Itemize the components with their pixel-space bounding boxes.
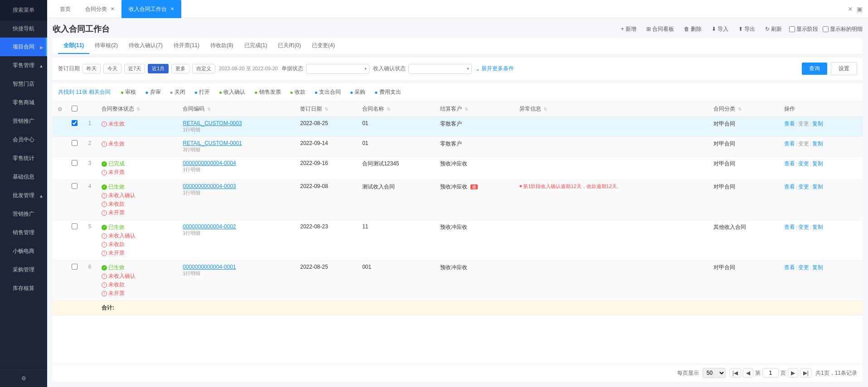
view-btn[interactable]: 查看 (784, 223, 795, 231)
filter-tab-pending-review[interactable]: 待审核(2) (89, 38, 123, 54)
sidebar-item-inventory[interactable]: 库存核算 (0, 279, 47, 298)
sidebar-item-sales[interactable]: 销售管理 (0, 223, 47, 242)
copy-btn[interactable]: 复制 (812, 264, 823, 271)
copy-btn[interactable]: 复制 (812, 140, 823, 148)
page-input[interactable] (762, 368, 779, 377)
next-page-btn[interactable]: ▶ (788, 368, 798, 377)
show-stage-checkbox[interactable]: 显示阶段 (789, 25, 818, 33)
date-btn-last1month[interactable]: 近1月 (148, 64, 169, 73)
row-checkbox[interactable] (72, 140, 78, 146)
view-btn[interactable]: 查看 (784, 160, 795, 168)
contract-code-link[interactable]: 0000000000004-0001 (183, 264, 293, 270)
row-checkbox[interactable] (72, 160, 78, 166)
new-button[interactable]: + 新增 (618, 24, 639, 34)
filter-tab-pending-income[interactable]: 待收入确认(7) (123, 38, 168, 54)
contract-code-link[interactable]: 0000000000004-0002 (183, 223, 293, 230)
show-marked-input[interactable] (823, 26, 829, 32)
change-btn[interactable]: 变更 (798, 183, 809, 191)
sidebar-item-base-info[interactable]: 基础信息 (0, 168, 47, 186)
expand-conditions-btn[interactable]: ⌄ 展开更多条件 (475, 65, 514, 73)
view-btn[interactable]: 查看 (784, 183, 795, 191)
date-btn-today[interactable]: 今天 (103, 64, 121, 73)
contract-code-link[interactable]: RETAIL_CUSTOM-0001 (183, 140, 293, 146)
view-btn[interactable]: 查看 (784, 140, 795, 148)
last-page-btn[interactable]: ▶| (800, 368, 812, 377)
view-btn[interactable]: 查看 (784, 264, 795, 271)
sidebar-item-member[interactable]: 会员中心 (0, 131, 47, 149)
row-checkbox[interactable] (72, 120, 78, 126)
win-restore-icon[interactable]: ▣ (857, 5, 863, 13)
purchase-btn[interactable]: ● 采购 (347, 87, 368, 97)
win-close-icon[interactable]: ✕ (848, 5, 853, 13)
income-confirm-select[interactable] (408, 64, 472, 74)
page-size-select[interactable]: 50 10 20 100 (703, 368, 726, 378)
copy-btn[interactable]: 复制 (812, 223, 823, 231)
payment-btn[interactable]: ● 收款 (287, 87, 308, 97)
change-btn[interactable]: 变更 (798, 140, 809, 148)
copy-btn[interactable]: 复制 (812, 120, 823, 128)
sidebar-item-marketing2[interactable]: 营销推广 (0, 205, 47, 223)
sidebar-item-retail-mall[interactable]: 零售商城 (0, 93, 47, 112)
change-btn[interactable]: 变更 (798, 120, 809, 128)
delete-button[interactable]: 🗑 删除 (681, 24, 704, 34)
expense-out-btn[interactable]: ● 支出合同 (312, 87, 344, 97)
contract-code-link[interactable]: 0000000000004-0004 (183, 160, 293, 166)
col-settlement-customer[interactable]: 结算客户 ⇅ (436, 102, 515, 117)
tab-contract-type[interactable]: 合同分类 ✕ (78, 0, 121, 18)
sidebar-quick-nav[interactable]: 快捷导航 (0, 20, 47, 38)
col-contract-type[interactable]: 合同分类 ⇅ (710, 102, 781, 117)
open-btn[interactable]: ● 打开 (192, 87, 213, 97)
date-btn-last7[interactable]: 近7天 (124, 64, 145, 73)
row-checkbox[interactable] (72, 223, 78, 229)
change-btn[interactable]: 变更 (798, 264, 809, 271)
audit-btn[interactable]: ● 审核 (118, 87, 139, 97)
show-marked-checkbox[interactable]: 显示标的明细 (823, 25, 863, 33)
sidebar-search[interactable]: 搜索菜单 (0, 0, 47, 20)
sidebar-item-smart-store[interactable]: 智慧门店 (0, 75, 47, 93)
contract-code-link[interactable]: 0000000000004-0003 (183, 183, 293, 189)
prev-page-btn[interactable]: ◀ (743, 368, 753, 377)
row-checkbox[interactable] (72, 264, 78, 270)
row-checkbox[interactable] (72, 183, 78, 189)
setting-button[interactable]: 设置 (831, 62, 857, 75)
copy-btn[interactable]: 复制 (812, 160, 823, 168)
filter-tab-all[interactable]: 全部(11) (58, 38, 89, 54)
show-stage-input[interactable] (789, 26, 795, 32)
col-contract-name[interactable]: 合同名称 ⇅ (359, 102, 436, 117)
date-btn-more[interactable]: 更多 (171, 64, 189, 73)
sidebar-settings[interactable]: ⚙ (0, 369, 47, 387)
sidebar-item-xiaowei[interactable]: 小畅电商 (0, 242, 47, 261)
change-btn[interactable]: 变更 (798, 160, 809, 168)
close-btn[interactable]: ● 关闭 (167, 87, 188, 97)
col-sign-date[interactable]: 签订日期 ⇅ (296, 102, 359, 117)
tab-contract-type-close[interactable]: ✕ (111, 0, 114, 18)
filter-tab-pending-payment[interactable]: 待收款(8) (205, 38, 239, 54)
filter-tab-changed[interactable]: 已变更(4) (306, 38, 340, 54)
copy-btn[interactable]: 复制 (812, 183, 823, 191)
export-button[interactable]: ⬆ 导出 (736, 24, 758, 34)
filter-tab-completed[interactable]: 已完成(1) (239, 38, 273, 54)
import-button[interactable]: ⬇ 导入 (709, 24, 731, 34)
refresh-button[interactable]: ↻ 刷新 (762, 24, 785, 34)
filter-tab-closed[interactable]: 已关闭(0) (272, 38, 306, 54)
col-settings[interactable]: ⚙ (53, 102, 67, 117)
select-all-checkbox[interactable] (72, 106, 78, 111)
date-btn-yesterday[interactable]: 昨天 (82, 64, 101, 73)
view-btn[interactable]: 查看 (784, 120, 795, 128)
sidebar-item-project[interactable]: 项目合同 ▶ (0, 38, 47, 56)
tab-income-workspace-close[interactable]: ✕ (170, 0, 174, 18)
query-button[interactable]: 查询 (802, 63, 827, 75)
sidebar-item-wholesale[interactable]: 批发管理 ▲ (0, 186, 47, 205)
col-error-info[interactable]: 异常信息 ⇅ (516, 102, 710, 117)
tab-home[interactable]: 首页 (53, 0, 78, 18)
abandon-btn[interactable]: ● 弃审 (142, 87, 163, 97)
contract-code-link[interactable]: RETAIL_CUSTOM-0003 (183, 120, 293, 126)
sidebar-item-retail-stats[interactable]: 零售统计 (0, 149, 47, 168)
col-overall-status[interactable]: 合同整体状态 ⇅ (98, 102, 179, 117)
first-page-btn[interactable]: |◀ (729, 368, 741, 377)
sidebar-item-marketing[interactable]: 营销推广 (0, 112, 47, 131)
sidebar-item-retail[interactable]: 零售管理 ▲ (0, 56, 47, 75)
change-btn[interactable]: 变更 (798, 223, 809, 231)
date-btn-custom[interactable]: 自定义 (192, 64, 215, 73)
income-confirm-btn[interactable]: ● 收入确认 (216, 87, 248, 97)
